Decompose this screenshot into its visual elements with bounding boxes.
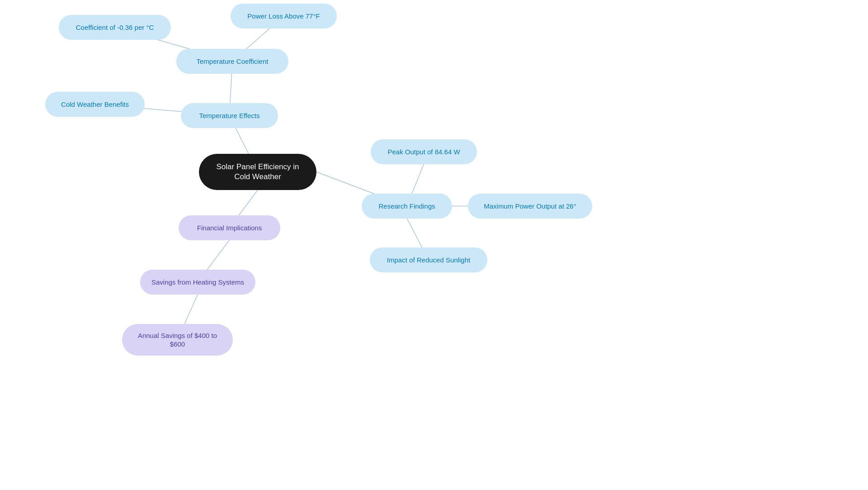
reduced-sunlight-label: Impact of Reduced Sunlight xyxy=(379,256,478,265)
coeff-value-node: Coefficient of -0.36 per °C xyxy=(59,15,171,40)
cold-weather-node: Cold Weather Benefits xyxy=(45,92,145,117)
peak-output-label: Peak Output of 84.64 W xyxy=(379,147,468,157)
savings-heating-label: Savings from Heating Systems xyxy=(143,278,252,287)
power-loss-node: Power Loss Above 77°F xyxy=(231,4,337,29)
peak-output-node: Peak Output of 84.64 W xyxy=(371,139,477,164)
savings-heating-node: Savings from Heating Systems xyxy=(140,270,255,295)
financial-node: Financial Implications xyxy=(179,215,280,240)
reduced-sunlight-node: Impact of Reduced Sunlight xyxy=(370,247,487,272)
coeff-value-label: Coefficient of -0.36 per °C xyxy=(68,23,162,32)
temp-effects-label: Temperature Effects xyxy=(191,111,268,120)
annual-savings-node: Annual Savings of $400 to $600 xyxy=(122,324,233,356)
cold-weather-label: Cold Weather Benefits xyxy=(53,100,137,109)
financial-label: Financial Implications xyxy=(189,224,270,233)
temp-coeff-node: Temperature Coefficient xyxy=(176,49,288,74)
annual-savings-label: Annual Savings of $400 to $600 xyxy=(122,331,233,349)
center-label: Solar Panel Efficiency in Cold Weather xyxy=(199,162,316,182)
power-loss-label: Power Loss Above 77°F xyxy=(239,12,328,21)
temp-effects-node: Temperature Effects xyxy=(181,103,278,128)
center-node: Solar Panel Efficiency in Cold Weather xyxy=(199,154,316,190)
temp-coeff-label: Temperature Coefficient xyxy=(189,57,277,66)
research-label: Research Findings xyxy=(370,202,443,211)
max-power-node: Maximum Power Output at 26° xyxy=(468,194,592,219)
research-node: Research Findings xyxy=(362,194,452,219)
max-power-label: Maximum Power Output at 26° xyxy=(476,202,584,211)
